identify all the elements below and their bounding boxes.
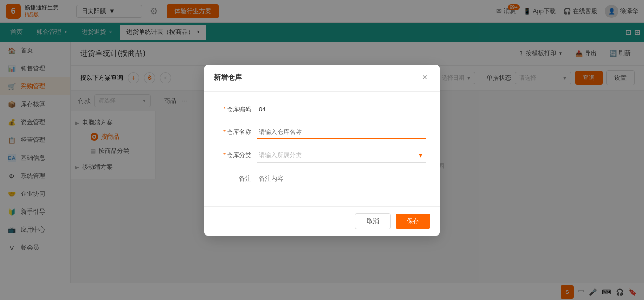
code-input[interactable] [257, 103, 426, 116]
save-button[interactable]: 保存 [396, 214, 430, 229]
cancel-button[interactable]: 取消 [355, 213, 391, 229]
chevron-down-icon: ▼ [417, 151, 424, 159]
modal-title: 新增仓库 [214, 73, 242, 82]
code-field-row: *仓库编码 [218, 103, 426, 116]
add-warehouse-modal: 新增仓库 × *仓库编码 *仓库名称 *仓库分类 [204, 65, 440, 236]
modal-footer: 取消 保存 [204, 206, 440, 236]
note-label: 备注 [218, 175, 251, 183]
name-input[interactable] [257, 125, 426, 139]
modal-overlay[interactable]: 新增仓库 × *仓库编码 *仓库名称 *仓库分类 [0, 0, 644, 300]
modal-body: *仓库编码 *仓库名称 *仓库分类 请输入所属分类 ▼ [204, 92, 440, 206]
note-field-row: 备注 [218, 172, 426, 185]
category-select[interactable]: 请输入所属分类 ▼ [257, 148, 426, 163]
name-field-row: *仓库名称 [218, 125, 426, 139]
modal-header: 新增仓库 × [204, 65, 440, 92]
category-label: *仓库分类 [218, 151, 251, 159]
category-field-row: *仓库分类 请输入所属分类 ▼ [218, 148, 426, 163]
category-placeholder: 请输入所属分类 [259, 151, 302, 159]
note-input[interactable] [257, 172, 426, 185]
name-label: *仓库名称 [218, 128, 251, 136]
close-icon[interactable]: × [419, 72, 430, 83]
code-label: *仓库编码 [218, 105, 251, 114]
